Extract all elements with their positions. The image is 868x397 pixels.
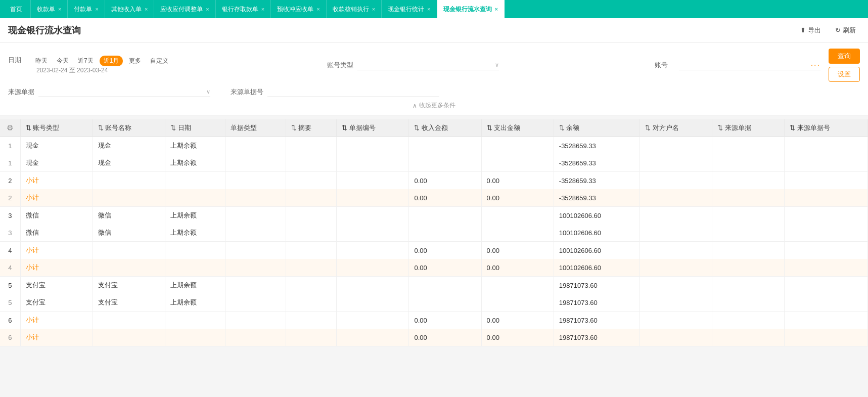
refresh-button[interactable]: ↻ 刷新 xyxy=(831,24,860,37)
source-doc-input[interactable] xyxy=(38,87,206,97)
table-row: 2小计0.000.00-3528659.33 xyxy=(0,189,868,207)
date-opt-yesterday[interactable]: 昨天 xyxy=(32,56,51,66)
col-balance-label: ⇅ 余额 xyxy=(559,124,580,131)
row-counterpart xyxy=(640,224,712,242)
row-source-doc-no xyxy=(785,312,868,329)
date-opt-1month[interactable]: 近1月 xyxy=(100,56,123,66)
col-account-type[interactable]: ⇅ 账号类型 xyxy=(20,119,93,137)
row-counterpart xyxy=(640,189,712,207)
close-icon-1[interactable]: × xyxy=(95,6,98,12)
nav-tab-8[interactable]: 现金银行流水查询 × xyxy=(437,0,505,18)
row-index: 5 xyxy=(0,294,20,312)
row-date: 上期余额 xyxy=(165,137,225,155)
row-source-doc-no xyxy=(785,207,868,225)
col-date[interactable]: ⇅ 日期 xyxy=(165,119,225,137)
row-source-doc-no xyxy=(785,154,868,172)
settings-col-header[interactable]: ⚙ xyxy=(0,119,20,137)
account-input[interactable] xyxy=(679,60,809,70)
row-doc-type xyxy=(225,154,286,172)
close-icon-7[interactable]: × xyxy=(427,6,430,12)
collapse-bar[interactable]: ∧ 收起更多条件 xyxy=(8,99,860,111)
table-header-row: ⚙ ⇅ 账号类型 ⇅ 账号名称 ⇅ 日期 单据类型 ⇅ 摘要 ⇅ xyxy=(0,119,868,137)
source-filter-row: 来源单据 ∨ 来源单据号 xyxy=(8,87,860,97)
account-label: 账号 xyxy=(655,61,675,70)
close-icon-5[interactable]: × xyxy=(316,6,319,12)
nav-tab-5[interactable]: 预收冲应收单 × xyxy=(271,0,326,18)
close-icon-3[interactable]: × xyxy=(206,6,209,12)
col-expense[interactable]: ⇅ 支出金额 xyxy=(481,119,554,137)
col-source-doc-no[interactable]: ⇅ 来源单据号 xyxy=(785,119,868,137)
source-doc-no-wrapper xyxy=(267,87,439,97)
export-button[interactable]: ⬆ 导出 xyxy=(796,24,825,37)
row-expense xyxy=(481,277,554,294)
row-account-type: 小计 xyxy=(20,312,93,329)
account-type-select[interactable]: 现金 微信 支付宝 xyxy=(357,60,495,70)
nav-tab-2[interactable]: 其他收入单 × xyxy=(105,0,154,18)
row-doc-type xyxy=(225,207,286,225)
nav-tab-6[interactable]: 收款核销执行 × xyxy=(327,0,382,18)
action-buttons: 查询 设置 xyxy=(829,49,860,82)
tab-label-5: 预收冲应收单 xyxy=(277,5,313,14)
col-income[interactable]: ⇅ 收入金额 xyxy=(409,119,481,137)
row-counterpart xyxy=(640,207,712,225)
date-opt-custom[interactable]: 自定义 xyxy=(147,56,171,66)
close-icon-2[interactable]: × xyxy=(145,6,148,12)
row-counterpart xyxy=(640,312,712,329)
row-source-doc xyxy=(712,242,785,259)
row-account-type: 小计 xyxy=(20,189,93,207)
row-source-doc-no xyxy=(785,242,868,259)
row-doc-type xyxy=(225,224,286,242)
row-expense: 0.00 xyxy=(481,329,554,346)
date-opt-today[interactable]: 今天 xyxy=(54,56,72,66)
row-income xyxy=(409,277,481,294)
row-doc-no xyxy=(337,207,409,225)
account-type-label: 账号类型 xyxy=(327,61,353,70)
account-dots-button[interactable]: ··· xyxy=(811,61,820,70)
settings-button[interactable]: 设置 xyxy=(829,67,860,82)
row-income: 0.00 xyxy=(409,242,481,259)
row-source-doc xyxy=(712,312,785,329)
close-icon-4[interactable]: × xyxy=(261,6,264,12)
nav-tab-3[interactable]: 应收应付调整单 × xyxy=(154,0,215,18)
nav-tab-4[interactable]: 银行存取款单 × xyxy=(216,0,271,18)
row-account-name: 支付宝 xyxy=(93,294,165,312)
row-source-doc xyxy=(712,277,785,294)
row-source-doc-no xyxy=(785,189,868,207)
col-summary[interactable]: ⇅ 摘要 xyxy=(286,119,337,137)
row-source-doc-no xyxy=(785,277,868,294)
row-account-name: 支付宝 xyxy=(93,277,165,294)
row-account-name xyxy=(93,172,165,190)
tab-label-3: 应收应付调整单 xyxy=(160,5,203,14)
col-balance[interactable]: ⇅ 余额 xyxy=(554,119,639,137)
col-source-doc[interactable]: ⇅ 来源单据 xyxy=(712,119,785,137)
date-opt-7days[interactable]: 近7天 xyxy=(75,56,97,66)
row-summary xyxy=(286,312,337,329)
row-source-doc xyxy=(712,189,785,207)
nav-tab-0[interactable]: 收款单 × xyxy=(31,0,68,18)
col-doc-type[interactable]: 单据类型 xyxy=(225,119,286,137)
row-source-doc xyxy=(712,207,785,225)
row-account-name: 微信 xyxy=(93,207,165,225)
close-icon-8[interactable]: × xyxy=(495,6,498,12)
nav-tab-7[interactable]: 现金银行统计 × xyxy=(382,0,437,18)
row-income xyxy=(409,207,481,225)
col-doc-no[interactable]: ⇅ 单据编号 xyxy=(337,119,409,137)
date-opt-more[interactable]: 更多 xyxy=(126,56,144,66)
table-container: ⚙ ⇅ 账号类型 ⇅ 账号名称 ⇅ 日期 单据类型 ⇅ 摘要 ⇅ xyxy=(0,119,868,346)
row-account-type: 小计 xyxy=(20,259,93,277)
row-index: 6 xyxy=(0,312,20,329)
nav-tab-1[interactable]: 付款单 × xyxy=(68,0,105,18)
query-button[interactable]: 查询 xyxy=(829,49,860,64)
close-icon-0[interactable]: × xyxy=(58,6,61,12)
top-nav: 首页 收款单 × 付款单 × 其他收入单 × 应收应付调整单 × 银行存取款单 … xyxy=(0,0,868,18)
col-account-name[interactable]: ⇅ 账号名称 xyxy=(93,119,165,137)
col-counterpart[interactable]: ⇅ 对方户名 xyxy=(640,119,712,137)
filter-area: 日期 昨天 今天 近7天 近1月 更多 自定义 2023-02-24 至 202… xyxy=(0,42,868,115)
row-balance: -3528659.33 xyxy=(554,189,639,207)
row-doc-type xyxy=(225,329,286,346)
nav-home[interactable]: 首页 xyxy=(2,0,31,18)
row-expense xyxy=(481,294,554,312)
table-row: 3微信微信上期余额100102606.60 xyxy=(0,224,868,242)
close-icon-6[interactable]: × xyxy=(372,6,375,12)
source-doc-no-input[interactable] xyxy=(267,87,439,97)
